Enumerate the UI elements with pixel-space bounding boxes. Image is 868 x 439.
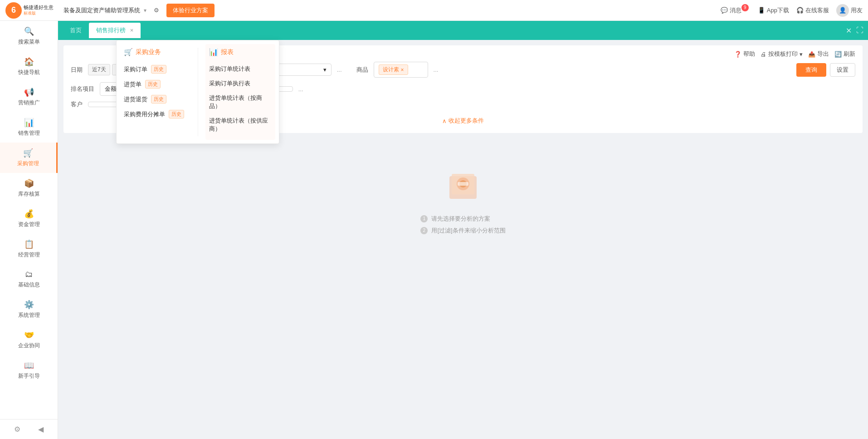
sidebar-label-quick-nav: 快捷导航 bbox=[18, 69, 40, 76]
salesman-dots[interactable]: ... bbox=[298, 86, 303, 93]
export-btn[interactable]: 📤 导出 bbox=[808, 50, 829, 58]
guide-icon: 📖 bbox=[24, 360, 34, 370]
user-item[interactable]: 👤 用友 bbox=[836, 4, 863, 17]
sidebar-item-finance[interactable]: 💰 资金管理 bbox=[0, 203, 58, 234]
print-btn[interactable]: 🖨 按模板打印 ▾ bbox=[761, 50, 803, 58]
print-icon: 🖨 bbox=[761, 51, 766, 58]
industry-btn[interactable]: 体验行业方案 bbox=[166, 4, 215, 17]
headset-icon: 🎧 bbox=[796, 7, 804, 14]
top-right-actions: 💬 消息 9 📱 App下载 🎧 在线客服 👤 用友 bbox=[721, 4, 863, 17]
refresh-btn[interactable]: 🔄 刷新 bbox=[834, 50, 855, 58]
inventory-icon: 📦 bbox=[24, 178, 34, 188]
tab-sales-rank[interactable]: 销售排行榜 × bbox=[89, 23, 141, 38]
notification-badge: 9 bbox=[741, 4, 749, 11]
history-badge-3: 历史 bbox=[151, 95, 166, 104]
message-icon: 💬 bbox=[721, 7, 728, 14]
sidebar-label-sales: 销售管理 bbox=[18, 129, 40, 137]
sidebar-item-operation[interactable]: 📋 经营管理 bbox=[0, 234, 58, 264]
menu-item-report-order-exec[interactable]: 采购订单执行表 bbox=[209, 76, 272, 91]
goods-select[interactable]: 设计素 × bbox=[374, 62, 428, 78]
logo-text: 畅捷通好生意 标准版 bbox=[24, 4, 54, 16]
menu-item-purchase-return[interactable]: 进货退货 历史 bbox=[124, 92, 187, 107]
fullscreen-btn[interactable]: ⛶ bbox=[856, 26, 863, 35]
collapse-icon: ∧ bbox=[442, 118, 447, 124]
sidebar-label-operation: 经营管理 bbox=[18, 251, 40, 259]
sidebar-item-sales[interactable]: 📊 销售管理 bbox=[0, 112, 58, 143]
help-btn[interactable]: ❓ 帮助 bbox=[734, 50, 755, 58]
purchase-menu-title: 🛒 采购业务 bbox=[124, 48, 187, 56]
refresh-icon: 🔄 bbox=[834, 51, 842, 58]
sidebar-item-search[interactable]: 🔍 搜索菜单 bbox=[0, 21, 58, 51]
tab-home-label: 首页 bbox=[70, 27, 82, 34]
bottom-collapse-icon[interactable]: ◀ bbox=[38, 425, 44, 434]
history-badge-1: 历史 bbox=[151, 65, 166, 74]
logo-icon: 6 bbox=[5, 2, 22, 19]
empty-illustration bbox=[440, 165, 486, 206]
help-icon: ❓ bbox=[734, 51, 741, 58]
sidebar-item-marketing[interactable]: 📢 营销推广 bbox=[0, 82, 58, 112]
menu-item-purchase-expense[interactable]: 采购费用分摊单 历史 bbox=[124, 107, 187, 122]
user-avatar: 👤 bbox=[836, 4, 849, 17]
empty-text: 1 请先选择要分析的方案 2 用[过滤]条件来缩小分析范围 bbox=[420, 213, 505, 237]
sidebar-label-system: 系统管理 bbox=[18, 311, 40, 319]
sidebar-item-basic-info[interactable]: 🗂 基础信息 bbox=[0, 264, 58, 294]
title-dropdown-arrow[interactable]: ▾ bbox=[144, 7, 146, 14]
top-bar: 6 畅捷通好生意 标准版 装备及固定资产辅助管理系统 ▾ ⚙ 体验行业方案 💬 … bbox=[0, 0, 868, 21]
goods-tag-remove[interactable]: × bbox=[401, 67, 404, 73]
notification-item[interactable]: 💬 消息 9 bbox=[721, 6, 751, 15]
sidebar-item-guide[interactable]: 📖 新手引导 bbox=[0, 355, 58, 385]
rank-label: 排名项目 bbox=[71, 85, 94, 93]
sidebar-item-cooperation[interactable]: 🤝 企业协同 bbox=[0, 325, 58, 355]
sidebar-label-basic-info: 基础信息 bbox=[18, 281, 40, 289]
menu-item-purchase-receipt[interactable]: 进货单 历史 bbox=[124, 77, 187, 92]
system-settings-icon[interactable]: ⚙ bbox=[150, 4, 163, 17]
system-title: 装备及固定资产辅助管理系统 ▾ ⚙ 体验行业方案 bbox=[63, 4, 721, 17]
purchase-menu-col: 🛒 采购业务 采购订单 历史 进货单 历史 进货退货 历史 bbox=[124, 48, 187, 136]
notification-label: 消息 bbox=[730, 6, 741, 15]
search-btn[interactable]: 查询 bbox=[796, 63, 826, 77]
empty-hint-2: 2 用[过滤]条件来缩小分析范围 bbox=[420, 225, 505, 237]
toolbar-right: ❓ 帮助 🖨 按模板打印 ▾ 📤 导出 bbox=[734, 50, 855, 58]
settings-btn[interactable]: 设置 bbox=[830, 63, 855, 77]
tab-home[interactable]: 首页 bbox=[63, 23, 89, 38]
chevron-down-icon: ▾ bbox=[323, 66, 327, 73]
print-dropdown-icon: ▾ bbox=[800, 51, 803, 58]
report-menu-col: 📊 报表 采购订单统计表 采购订单执行表 进货单统计表（按商品） 进货单统计表（… bbox=[205, 44, 276, 140]
close-tab-btn[interactable]: ✕ bbox=[846, 26, 852, 35]
bottom-settings-icon[interactable]: ⚙ bbox=[14, 425, 20, 434]
action-buttons: 查询 设置 bbox=[796, 63, 855, 77]
marketing-icon: 📢 bbox=[24, 87, 34, 97]
search-icon: 🔍 bbox=[24, 26, 34, 36]
app-download-item[interactable]: 📱 App下载 bbox=[758, 6, 789, 15]
customer-label: 客户 bbox=[71, 100, 83, 109]
tab-bar: 首页 销售排行榜 × ✕ ⛶ bbox=[58, 21, 868, 40]
tab-close-icon[interactable]: × bbox=[130, 27, 134, 34]
cooperation-icon: 🤝 bbox=[24, 330, 34, 340]
online-service-item[interactable]: 🎧 在线客服 bbox=[796, 6, 829, 15]
sidebar-item-system[interactable]: ⚙️ 系统管理 bbox=[0, 294, 58, 325]
sidebar-item-inventory[interactable]: 📦 库存核算 bbox=[0, 173, 58, 203]
menu-divider bbox=[198, 48, 198, 136]
dropdown-menu: 🛒 采购业务 采购订单 历史 进货单 历史 进货退货 历史 bbox=[116, 40, 279, 144]
date-tag-7days[interactable]: 近7天 bbox=[88, 64, 110, 75]
sidebar-item-purchase[interactable]: 🛒 采购管理 bbox=[0, 143, 58, 173]
system-icon: ⚙️ bbox=[24, 300, 34, 310]
sidebar-item-quick-nav[interactable]: 🏠 快捷导航 bbox=[0, 51, 58, 82]
tab-sales-rank-label: 销售排行榜 bbox=[96, 27, 126, 34]
empty-hint-1: 1 请先选择要分析的方案 bbox=[420, 213, 505, 225]
menu-item-report-receipt-supplier[interactable]: 进货单统计表（按供应商） bbox=[209, 113, 272, 136]
app-download-label: App下载 bbox=[767, 6, 789, 15]
doc-status-dots[interactable]: ... bbox=[337, 66, 342, 73]
menu-item-purchase-order[interactable]: 采购订单 历史 bbox=[124, 62, 187, 77]
report-menu-title: 📊 报表 bbox=[209, 48, 272, 56]
goods-dots[interactable]: ... bbox=[434, 66, 439, 73]
menu-item-report-receipt-goods[interactable]: 进货单统计表（按商品） bbox=[209, 91, 272, 113]
home-icon: 🏠 bbox=[24, 57, 34, 67]
content-area: 首页 销售排行榜 × ✕ ⛶ bbox=[58, 21, 868, 439]
sidebar-label-finance: 资金管理 bbox=[18, 221, 40, 228]
sidebar-label-marketing: 营销推广 bbox=[18, 99, 40, 107]
date-label: 日期 bbox=[71, 66, 83, 74]
menu-item-report-order-stat[interactable]: 采购订单统计表 bbox=[209, 62, 272, 76]
svg-rect-4 bbox=[458, 182, 468, 186]
online-service-label: 在线客服 bbox=[805, 6, 829, 15]
